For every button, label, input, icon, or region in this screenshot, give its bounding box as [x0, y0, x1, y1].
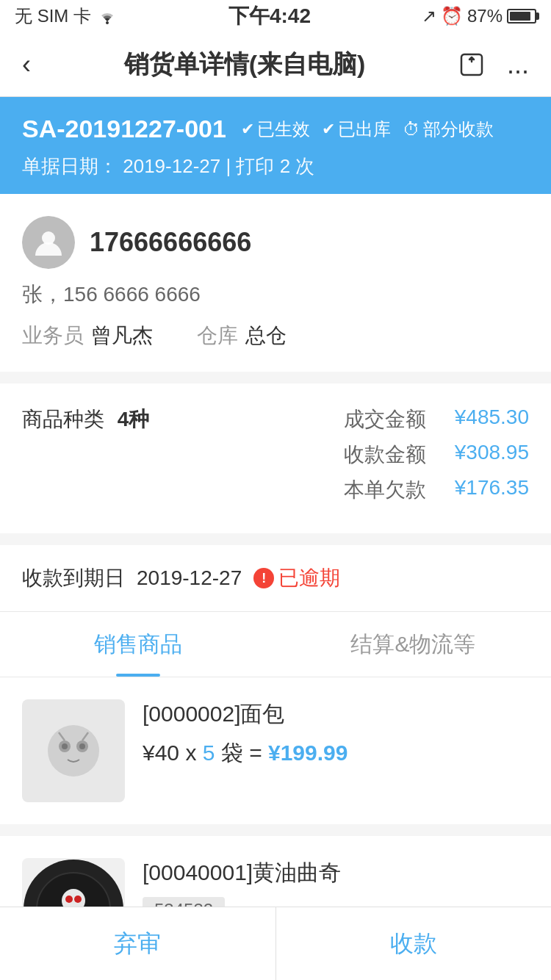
tab-sales-products[interactable]: 销售商品	[0, 612, 276, 677]
status-left: 无 SIM 卡	[15, 4, 118, 28]
deal-amount-label: 成交金额	[344, 406, 426, 433]
overdue-label: 已逾期	[278, 564, 340, 592]
product-name-2: [00040001]黄油曲奇	[143, 858, 529, 888]
status-bar: 无 SIM 卡 下午4:42 ↗ ⏰ 87%	[0, 0, 551, 32]
product-price: ¥40 x 5 袋 = ¥199.99	[143, 738, 529, 768]
customer-meta: 业务员 曾凡杰 仓库 总仓	[22, 322, 529, 350]
product-info: [0000002]面包 ¥40 x 5 袋 = ¥199.99	[143, 699, 529, 768]
product-total: ¥199.99	[268, 741, 347, 765]
debt-amount-value: ¥176.35	[441, 476, 529, 504]
product-type-label: 商品种类	[22, 408, 104, 430]
status-effective: ✔ 已生效	[241, 118, 310, 141]
page-title: 销货单详情(来自电脑)	[124, 48, 366, 82]
product-type-count: 商品种类 4种	[22, 406, 149, 433]
svg-point-7	[79, 743, 85, 749]
nav-actions: ...	[458, 49, 529, 80]
avatar	[22, 216, 75, 269]
financial-section: 商品种类 4种 成交金额 ¥485.30 收款金额 ¥308.95 本单欠款 ¥…	[0, 383, 551, 533]
receipt-amount-line: 收款金额 ¥308.95	[344, 441, 529, 469]
svg-point-6	[62, 743, 68, 749]
wifi-icon	[97, 8, 118, 24]
status-right: ↗ ⏰ 87%	[422, 6, 536, 26]
product-image-placeholder	[22, 699, 125, 802]
customer-section: 17666666666 张，156 6666 6666 业务员 曾凡杰 仓库 总…	[0, 194, 551, 372]
due-date-label: 收款到期日	[22, 564, 125, 592]
debt-label: 本单欠款	[344, 476, 426, 504]
tabs-section: 销售商品 结算&物流等	[0, 611, 551, 677]
customer-name-phone: 张，156 6666 6666	[22, 281, 529, 309]
status-shipped: ✔ 已出库	[322, 118, 391, 141]
overdue-dot-icon: !	[253, 568, 274, 588]
share-icon[interactable]	[458, 51, 485, 78]
sales-person-value: 曾凡杰	[91, 322, 153, 350]
due-date-section: 收款到期日 2019-12-27 ! 已逾期	[0, 545, 551, 611]
nav-bar: ‹ 销货单详情(来自电脑) ...	[0, 32, 551, 97]
receipt-amount-label: 收款金额	[344, 441, 426, 469]
order-header-banner: SA-20191227-001 ✔ 已生效 ✔ 已出库 ⏱ 部分收款 单据日期：…	[0, 97, 551, 194]
back-button[interactable]: ‹	[22, 49, 31, 80]
warehouse-item: 仓库 总仓	[197, 322, 287, 350]
product-qty: 5	[203, 741, 215, 765]
product-item: [0000002]面包 ¥40 x 5 袋 = ¥199.99	[0, 677, 551, 824]
tab-settlement-logistics[interactable]: 结算&物流等	[276, 612, 551, 677]
bottom-bar: 弃审 收款	[0, 907, 551, 980]
status-badges: ✔ 已生效 ✔ 已出库 ⏱ 部分收款	[241, 118, 494, 141]
svg-point-13	[74, 896, 82, 903]
receipt-amount-value: ¥308.95	[441, 441, 529, 469]
product-name: [0000002]面包	[143, 699, 529, 729]
status-partial-payment: ⏱ 部分收款	[403, 118, 494, 141]
order-date-info: 单据日期： 2019-12-27 | 打印 2 次	[22, 154, 529, 179]
deal-amount-value: ¥485.30	[441, 406, 529, 433]
battery-percent: 87%	[467, 6, 503, 26]
order-id: SA-20191227-001	[22, 115, 226, 143]
financial-amounts: 成交金额 ¥485.30 收款金额 ¥308.95 本单欠款 ¥176.35	[344, 406, 529, 511]
sales-person-label: 业务员	[22, 322, 84, 350]
svg-point-3	[48, 725, 99, 777]
svg-point-12	[65, 896, 73, 903]
product-type-value: 4种	[118, 408, 150, 430]
more-icon[interactable]: ...	[507, 49, 529, 80]
tabs: 销售商品 结算&物流等	[0, 612, 551, 677]
customer-id: 17666666666	[90, 227, 251, 258]
location-icon: ↗	[422, 6, 436, 26]
overdue-badge: ! 已逾期	[253, 564, 340, 592]
debt-amount-line: 本单欠款 ¥176.35	[344, 476, 529, 504]
status-time: 下午4:42	[228, 2, 311, 30]
receipt-button[interactable]: 收款	[276, 907, 552, 980]
svg-point-0	[106, 21, 109, 24]
cancel-review-button[interactable]: 弃审	[0, 907, 276, 980]
sales-person-item: 业务员 曾凡杰	[22, 322, 153, 350]
due-date-value: 2019-12-27	[137, 566, 242, 590]
battery-icon	[507, 9, 536, 24]
product-owl-icon	[44, 721, 103, 780]
warehouse-label: 仓库	[197, 322, 238, 350]
carrier-label: 无 SIM 卡	[15, 4, 91, 28]
alarm-icon: ⏰	[441, 6, 463, 26]
warehouse-value: 总仓	[245, 322, 287, 350]
deal-amount-line: 成交金额 ¥485.30	[344, 406, 529, 433]
